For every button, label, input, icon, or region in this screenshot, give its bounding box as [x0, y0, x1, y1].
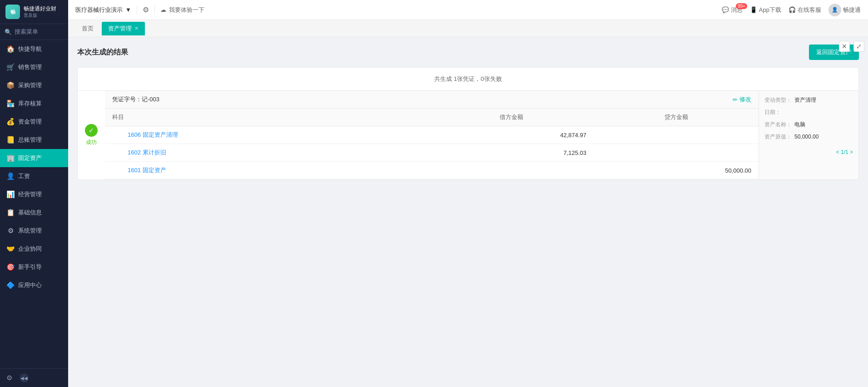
- tab-asset-mgmt-label: 资产管理: [108, 25, 132, 33]
- col-header-credit: 贷方金额: [594, 109, 759, 126]
- date-row: 日期：: [764, 109, 853, 116]
- topbar-divider2: [154, 5, 155, 15]
- debit-amount: [429, 162, 594, 179]
- credit-amount: [594, 126, 759, 144]
- side-info-panel: 变动类型： 资产清理 日期： 资产名称： 电脑 资产原值： 50,000.00: [759, 91, 858, 179]
- edit-button[interactable]: ✏ 修改: [733, 95, 751, 104]
- sidebar-item-operations[interactable]: 📊 经营管理: [0, 185, 68, 203]
- messages-badge: 99+: [736, 3, 747, 9]
- sidebar-nav: 🛒 销售管理 📦 采购管理 🏪 库存核算 💰 资金管理 📒 总账管理 🏢 固定资…: [0, 58, 68, 368]
- main-content: 医疗器械行业演示 ▼ ⚙ ☁ 我要体验一下 💬 消息 99+ 📱 App下载 🎧…: [68, 0, 868, 387]
- sidebar-item-label: 销售管理: [18, 63, 42, 71]
- message-icon: 💬: [722, 6, 729, 13]
- subject-link[interactable]: 1606 固定资产清理: [128, 131, 178, 138]
- page-title: 本次生成的结果: [77, 48, 128, 57]
- tab-close-icon[interactable]: ✕: [134, 25, 139, 31]
- app-download-button[interactable]: 📱 App下载: [750, 6, 781, 14]
- subject-link[interactable]: 1602 累计折旧: [128, 149, 166, 156]
- result-panel: 共生成 1张凭证，0张失败 ✓ 成功 凭证字号：记-003 ✏ 修改: [77, 67, 859, 180]
- tab-home[interactable]: 首页: [75, 22, 100, 35]
- search-label: 搜索菜单: [15, 28, 38, 36]
- prev-page-icon[interactable]: <: [836, 149, 839, 155]
- settings-icon[interactable]: ⚙: [143, 5, 149, 14]
- asset-original-value: 50,000.00: [794, 134, 818, 140]
- next-page-icon[interactable]: >: [850, 149, 853, 155]
- table-row: 1606 固定资产清理 42,874.97: [105, 126, 759, 144]
- sidebar-logo: 畅 畅捷通好业财 普及版: [0, 0, 68, 24]
- voucher-main: 凭证字号：记-003 ✏ 修改 科目 借方金额 贷方金额: [105, 91, 759, 179]
- sidebar-item-fixed-assets[interactable]: 🏢 固定资产: [0, 149, 68, 167]
- credit-amount: 50,000.00: [594, 162, 759, 179]
- sidebar: 畅 畅捷通好业财 普及版 🔍 搜索菜单 🏠 快捷导航 🛒 销售管理 📦 采购管理…: [0, 0, 68, 387]
- sidebar-item-label: 企业协同: [18, 245, 42, 253]
- table-row: 1601 固定资产 50,000.00: [105, 162, 759, 179]
- edit-label: 修改: [739, 95, 751, 104]
- table-row: 1602 累计折旧 7,125.03: [105, 144, 759, 162]
- success-icon: ✓: [85, 124, 98, 137]
- user-menu[interactable]: 👤 畅捷通: [828, 4, 861, 16]
- asset-original-label: 资产原值：: [764, 133, 792, 141]
- dropdown-icon: ▼: [125, 6, 131, 13]
- topbar: 医疗器械行业演示 ▼ ⚙ ☁ 我要体验一下 💬 消息 99+ 📱 App下载 🎧…: [68, 0, 868, 20]
- topbar-divider: [137, 5, 137, 15]
- sidebar-item-label: 采购管理: [18, 81, 42, 89]
- avatar: 👤: [828, 4, 841, 16]
- sidebar-item-label: 资金管理: [18, 118, 42, 126]
- sidebar-item-app-center[interactable]: 🔷 应用中心: [0, 276, 68, 294]
- sidebar-item-label: 新手引导: [18, 263, 42, 271]
- tabbar: 首页 资产管理 ✕: [68, 20, 868, 37]
- app-subtitle: 普及版: [24, 12, 56, 18]
- voucher-number: 凭证字号：记-003: [112, 95, 159, 104]
- page-info: 1/1: [841, 149, 850, 155]
- sidebar-item-label: 总账管理: [18, 136, 42, 144]
- app-logo-icon: 畅: [5, 5, 20, 19]
- sidebar-item-system[interactable]: ⚙ 系统管理: [0, 222, 68, 240]
- sidebar-item-inventory[interactable]: 🏪 库存核算: [0, 94, 68, 113]
- sidebar-item-enterprise[interactable]: 🤝 企业协同: [0, 240, 68, 258]
- change-type-row: 变动类型： 资产清理: [764, 96, 853, 104]
- asset-original-row: 资产原值： 50,000.00: [764, 133, 853, 141]
- sidebar-item-purchase[interactable]: 📦 采购管理: [0, 76, 68, 94]
- date-label: 日期：: [764, 109, 781, 116]
- result-summary: 共生成 1张凭证，0张失败: [78, 68, 858, 91]
- company-name: 医疗器械行业演示: [75, 6, 123, 14]
- page-content: ✕ ⤢ 本次生成的结果 返回固定资产 共生成 1张凭证，0张失败 ✓ 成功 凭证…: [68, 37, 868, 387]
- messages-button[interactable]: 💬 消息 99+: [722, 6, 743, 14]
- close-panel-button[interactable]: ✕: [839, 41, 850, 52]
- voucher-section: ✓ 成功 凭证字号：记-003 ✏ 修改: [78, 91, 858, 179]
- page-header: 本次生成的结果 返回固定资产: [77, 45, 859, 60]
- expand-panel-button[interactable]: ⤢: [853, 41, 864, 52]
- online-service-button[interactable]: 🎧 在线客服: [789, 6, 821, 14]
- pagination: < 1/1 >: [764, 145, 853, 155]
- company-selector[interactable]: 医疗器械行业演示 ▼: [75, 6, 131, 14]
- sidebar-item-quick-nav[interactable]: 🏠 快捷导航: [0, 40, 68, 58]
- sidebar-item-base-info[interactable]: 📋 基础信息: [0, 203, 68, 222]
- sidebar-item-label: 快捷导航: [18, 45, 42, 53]
- sidebar-bottom: ⚙ ◀◀: [0, 368, 68, 387]
- experience-icon: ☁: [160, 6, 166, 13]
- sidebar-item-label: 库存核算: [18, 99, 42, 108]
- settings-icon[interactable]: ⚙: [6, 374, 12, 382]
- subject-link[interactable]: 1601 固定资产: [128, 167, 166, 174]
- sidebar-item-payroll[interactable]: 👤 工资: [0, 167, 68, 185]
- search-icon: 🔍: [5, 29, 12, 35]
- col-header-debit: 借方金额: [429, 109, 594, 126]
- sidebar-item-guide[interactable]: 🎯 新手引导: [0, 258, 68, 276]
- sidebar-item-finance[interactable]: 💰 资金管理: [0, 113, 68, 131]
- app-download-label: App下载: [759, 6, 781, 14]
- sidebar-item-label: 系统管理: [18, 227, 42, 235]
- sidebar-item-sales[interactable]: 🛒 销售管理: [0, 58, 68, 76]
- sidebar-search[interactable]: 🔍 搜索菜单: [0, 24, 68, 40]
- app-title: 畅捷通好业财: [24, 5, 56, 13]
- content-controls: ✕ ⤢: [839, 41, 864, 52]
- tab-asset-mgmt[interactable]: 资产管理 ✕: [102, 22, 145, 35]
- change-type-label: 变动类型：: [764, 96, 792, 104]
- sidebar-collapse-button[interactable]: ◀◀: [20, 373, 29, 382]
- service-icon: 🎧: [789, 6, 796, 13]
- sidebar-item-ledger[interactable]: 📒 总账管理: [0, 131, 68, 149]
- experience-label: 我要体验一下: [169, 6, 204, 14]
- credit-amount: [594, 144, 759, 162]
- experience-button[interactable]: ☁ 我要体验一下: [160, 6, 204, 14]
- asset-name-label: 资产名称：: [764, 121, 792, 129]
- tab-home-label: 首页: [82, 25, 94, 33]
